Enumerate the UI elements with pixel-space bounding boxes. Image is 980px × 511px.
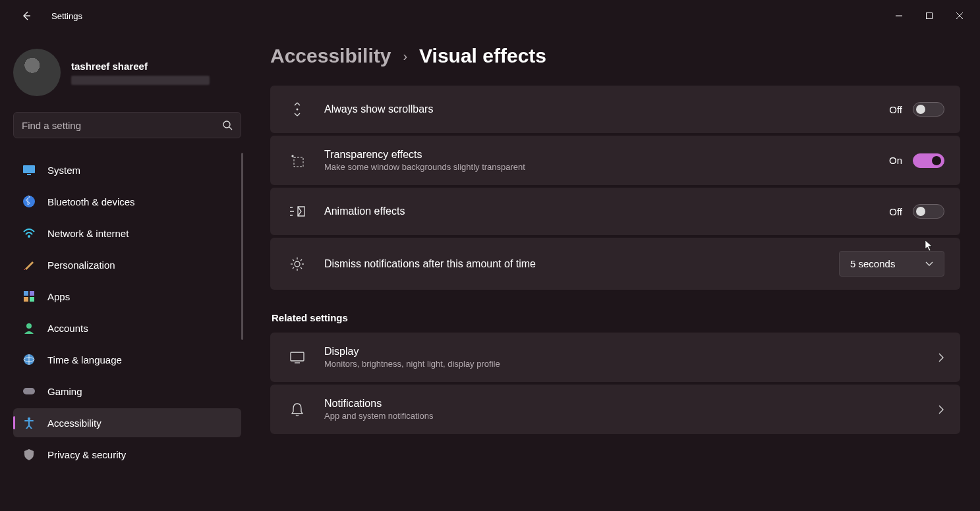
svg-rect-12 (24, 297, 28, 302)
svg-line-5 (229, 127, 232, 130)
svg-point-14 (26, 323, 32, 329)
svg-point-18 (28, 417, 30, 420)
sidebar-item-accessibility[interactable]: Accessibility (13, 408, 241, 437)
sidebar-item-gaming[interactable]: Gaming (13, 377, 241, 406)
nav-label: Network & internet (47, 228, 129, 239)
related-display[interactable]: Display Monitors, brightness, night ligh… (270, 333, 960, 382)
sidebar-item-bluetooth[interactable]: Bluetooth & devices (13, 187, 241, 216)
sidebar: tashreef shareef System Bluetooth & devi… (0, 32, 250, 511)
search-icon (222, 120, 233, 130)
gamepad-icon (22, 385, 36, 398)
link-title: Notifications (324, 398, 938, 410)
animation-icon (286, 205, 308, 218)
monitor-icon (22, 163, 36, 176)
sidebar-item-apps[interactable]: Apps (13, 282, 241, 311)
user-block[interactable]: tashreef shareef (13, 49, 241, 96)
nav-label: System (47, 165, 80, 176)
nav-label: Personalization (47, 259, 115, 271)
nav-label: Privacy & security (47, 449, 126, 460)
breadcrumb-parent[interactable]: Accessibility (270, 45, 391, 67)
link-sub: App and system notifications (324, 411, 938, 421)
svg-line-29 (293, 267, 294, 269)
sidebar-item-time-language[interactable]: Time & language (13, 345, 241, 374)
chevron-down-icon (925, 261, 933, 267)
svg-rect-13 (30, 297, 34, 302)
bluetooth-icon (22, 195, 36, 208)
link-title: Display (324, 346, 938, 358)
svg-point-19 (297, 109, 299, 111)
minimize-button[interactable] (884, 5, 914, 26)
setting-title: Dismiss notifications after this amount … (324, 258, 839, 270)
nav-list: System Bluetooth & devices Network & int… (13, 153, 241, 471)
app-title: Settings (51, 11, 82, 21)
nav-label: Time & language (47, 354, 122, 365)
toggle-state-label: Off (889, 104, 902, 115)
svg-point-9 (28, 235, 30, 238)
person-icon (22, 321, 36, 335)
apps-icon (22, 290, 36, 303)
user-name: tashreef shareef (71, 61, 210, 72)
avatar (13, 49, 61, 96)
setting-transparency: Transparency effects Make some window ba… (270, 136, 960, 185)
svg-rect-10 (24, 291, 28, 296)
related-notifications[interactable]: Notifications App and system notificatio… (270, 385, 960, 434)
svg-line-27 (301, 267, 302, 269)
nav-label: Apps (47, 291, 70, 302)
back-button[interactable] (13, 3, 40, 29)
breadcrumb: Accessibility › Visual effects (270, 45, 960, 67)
wifi-icon (22, 227, 36, 240)
sidebar-item-privacy[interactable]: Privacy & security (13, 440, 241, 469)
svg-line-26 (293, 259, 294, 261)
setting-scrollbars: Always show scrollbars Off (270, 86, 960, 133)
related-settings-heading: Related settings (272, 312, 960, 323)
dropdown-value: 5 seconds (850, 258, 895, 269)
setting-title: Animation effects (324, 205, 889, 217)
setting-dismiss-notifications: Dismiss notifications after this amount … (270, 238, 960, 290)
titlebar: Settings (0, 0, 980, 32)
window-controls (884, 5, 975, 26)
chevron-right-icon: › (403, 49, 407, 64)
maximize-button[interactable] (914, 5, 944, 26)
minimize-icon (895, 12, 903, 20)
scrollbars-toggle[interactable] (913, 102, 944, 117)
svg-line-28 (301, 259, 302, 261)
sparkle-icon (286, 153, 308, 169)
setting-sub: Make some window backgrounds slightly tr… (324, 162, 889, 172)
brightness-icon (286, 256, 308, 272)
svg-rect-1 (927, 13, 933, 19)
toggle-state-label: Off (889, 206, 902, 217)
sidebar-item-network[interactable]: Network & internet (13, 219, 241, 248)
nav-label: Bluetooth & devices (47, 196, 135, 207)
svg-rect-20 (294, 157, 303, 167)
chevron-right-icon (938, 404, 944, 415)
dismiss-duration-dropdown[interactable]: 5 seconds (839, 251, 944, 277)
sidebar-item-system[interactable]: System (13, 155, 241, 184)
search-input-wrap[interactable] (13, 112, 241, 138)
close-button[interactable] (944, 5, 975, 26)
nav-label: Gaming (47, 386, 82, 397)
user-email-redacted (71, 76, 210, 85)
svg-rect-11 (30, 291, 34, 296)
arrow-left-icon (21, 11, 32, 21)
animation-toggle[interactable] (913, 204, 944, 219)
link-sub: Monitors, brightness, night light, displ… (324, 359, 938, 369)
maximize-icon (925, 12, 933, 20)
svg-point-4 (223, 121, 230, 128)
paintbrush-icon (22, 258, 36, 271)
bell-icon (286, 402, 308, 417)
sidebar-item-personalization[interactable]: Personalization (13, 250, 241, 279)
content-area: Accessibility › Visual effects Always sh… (250, 32, 980, 511)
nav-label: Accessibility (47, 417, 101, 429)
chevron-right-icon (938, 352, 944, 363)
svg-rect-30 (291, 352, 304, 361)
setting-title: Transparency effects (324, 149, 889, 161)
accessibility-icon (22, 416, 36, 429)
setting-animation: Animation effects Off (270, 188, 960, 235)
transparency-toggle[interactable] (913, 153, 944, 168)
sidebar-item-accounts[interactable]: Accounts (13, 313, 241, 342)
toggle-state-label: On (889, 155, 902, 166)
nav-label: Accounts (47, 323, 88, 334)
svg-rect-17 (23, 388, 35, 394)
search-input[interactable] (22, 120, 222, 131)
svg-rect-6 (23, 165, 35, 173)
